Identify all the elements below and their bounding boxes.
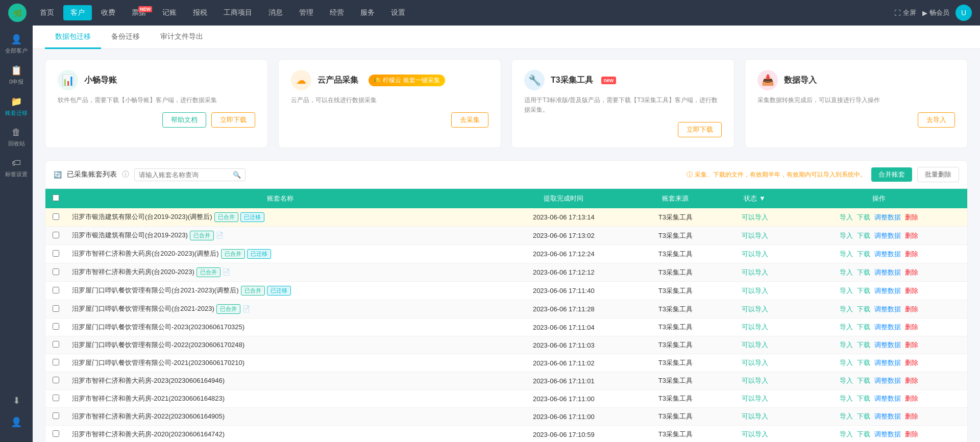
adjust-btn-10[interactable]: 调整数据 xyxy=(874,395,901,402)
xiaochang-help-btn[interactable]: 帮助文档 xyxy=(162,112,206,128)
row-checkbox-6[interactable] xyxy=(53,323,59,330)
adjust-btn-8[interactable]: 调整数据 xyxy=(874,359,901,366)
adjust-btn-9[interactable]: 调整数据 xyxy=(874,377,901,384)
delete-btn-7[interactable]: 删除 xyxy=(905,341,918,349)
sidebar-item-tag-settings[interactable]: 🏷 标签设置 xyxy=(2,154,31,182)
row-checkbox-3[interactable] xyxy=(53,268,59,275)
delete-btn-12[interactable]: 删除 xyxy=(905,430,918,438)
batch-delete-btn[interactable]: 批量删除 xyxy=(917,167,959,182)
copy-icon-3[interactable]: 📄 xyxy=(223,268,230,276)
cloud-collect-btn[interactable]: 去采集 xyxy=(451,112,488,128)
adjust-btn-1[interactable]: 调整数据 xyxy=(874,232,901,239)
sidebar-item-zero-declaration[interactable]: 📋 0申报 xyxy=(2,61,31,90)
delete-btn-11[interactable]: 删除 xyxy=(905,412,918,420)
tab-audit-export[interactable]: 审计文件导出 xyxy=(150,26,213,49)
copy-icon-1[interactable]: 📄 xyxy=(216,232,224,239)
col-status[interactable]: 状态 ▼ xyxy=(719,189,791,208)
import-btn-4[interactable]: 导入 xyxy=(840,287,853,294)
delete-btn-3[interactable]: 删除 xyxy=(905,268,918,276)
row-checkbox-10[interactable] xyxy=(53,395,59,401)
sidebar-item-recycle[interactable]: 🗑 回收站 xyxy=(2,123,31,152)
row-checkbox-7[interactable] xyxy=(53,341,59,348)
import-btn-1[interactable]: 导入 xyxy=(840,232,853,239)
row-checkbox-5[interactable] xyxy=(53,305,59,312)
member-btn[interactable]: ▶ 畅会员 xyxy=(922,8,949,17)
nav-item-customer[interactable]: 客户 xyxy=(63,5,92,20)
row-checkbox-11[interactable] xyxy=(53,412,59,419)
download-btn-8[interactable]: 下载 xyxy=(857,359,870,366)
download-btn-3[interactable]: 下载 xyxy=(857,268,870,276)
copy-icon-5[interactable]: 📄 xyxy=(242,305,250,312)
nav-item-settings[interactable]: 设置 xyxy=(384,5,412,20)
delete-btn-0[interactable]: 删除 xyxy=(905,213,918,221)
download-btn-7[interactable]: 下载 xyxy=(857,341,870,349)
row-checkbox-1[interactable] xyxy=(53,232,59,238)
adjust-btn-5[interactable]: 调整数据 xyxy=(874,305,901,313)
delete-btn-2[interactable]: 删除 xyxy=(905,250,918,258)
search-icon[interactable]: 🔍 xyxy=(233,171,241,179)
row-checkbox-9[interactable] xyxy=(53,377,59,383)
help-icon[interactable]: ⓘ xyxy=(122,170,129,179)
download-btn-11[interactable]: 下载 xyxy=(857,412,870,420)
import-goto-btn[interactable]: 去导入 xyxy=(918,112,955,128)
select-all-checkbox[interactable] xyxy=(53,194,59,201)
adjust-btn-0[interactable]: 调整数据 xyxy=(874,213,901,221)
nav-item-home[interactable]: 首页 xyxy=(33,5,61,20)
download-btn-10[interactable]: 下载 xyxy=(857,395,870,402)
download-btn-2[interactable]: 下载 xyxy=(857,250,870,258)
delete-btn-1[interactable]: 删除 xyxy=(905,232,918,239)
import-btn-10[interactable]: 导入 xyxy=(840,395,853,402)
delete-btn-6[interactable]: 删除 xyxy=(905,323,918,331)
nav-item-fee[interactable]: 收费 xyxy=(94,5,122,20)
search-input[interactable] xyxy=(139,171,231,179)
adjust-btn-6[interactable]: 调整数据 xyxy=(874,323,901,331)
delete-btn-8[interactable]: 删除 xyxy=(905,359,918,366)
row-checkbox-0[interactable] xyxy=(53,213,59,220)
download-btn-4[interactable]: 下载 xyxy=(857,287,870,294)
download-btn-6[interactable]: 下载 xyxy=(857,323,870,331)
nav-item-operation[interactable]: 经营 xyxy=(323,5,351,20)
import-btn-7[interactable]: 导入 xyxy=(840,341,853,349)
import-btn-11[interactable]: 导入 xyxy=(840,412,853,420)
row-checkbox-4[interactable] xyxy=(53,287,59,293)
adjust-btn-2[interactable]: 调整数据 xyxy=(874,250,901,258)
tab-backup-migration[interactable]: 备份迁移 xyxy=(101,26,150,49)
row-checkbox-12[interactable] xyxy=(53,430,59,437)
adjust-btn-4[interactable]: 调整数据 xyxy=(874,287,901,294)
sidebar-item-all-customers[interactable]: 👤 全部客户 xyxy=(2,30,31,59)
adjust-btn-3[interactable]: 调整数据 xyxy=(874,268,901,276)
import-btn-2[interactable]: 导入 xyxy=(840,250,853,258)
tab-data-migration[interactable]: 数据包迁移 xyxy=(45,26,101,49)
sidebar-bottom-user[interactable]: 👤 xyxy=(2,412,31,432)
t3-download-btn[interactable]: 立即下载 xyxy=(678,122,722,137)
adjust-btn-11[interactable]: 调整数据 xyxy=(874,412,901,420)
nav-item-accounting[interactable]: 记账 xyxy=(155,5,184,20)
delete-btn-9[interactable]: 删除 xyxy=(905,377,918,384)
row-checkbox-2[interactable] xyxy=(53,250,59,257)
nav-item-business[interactable]: 工商项目 xyxy=(216,5,259,20)
import-btn-6[interactable]: 导入 xyxy=(840,323,853,331)
delete-btn-4[interactable]: 删除 xyxy=(905,287,918,294)
merge-account-btn[interactable]: 合并账套 xyxy=(871,167,912,182)
download-btn-0[interactable]: 下载 xyxy=(857,213,870,221)
nav-item-manage[interactable]: 管理 xyxy=(292,5,321,20)
fullscreen-btn[interactable]: ⛶ 全屏 xyxy=(894,8,916,17)
sidebar-item-account-migration[interactable]: 📁 账套迁移 xyxy=(2,92,31,121)
adjust-btn-12[interactable]: 调整数据 xyxy=(874,430,901,438)
refresh-icon[interactable]: 🔄 xyxy=(54,171,62,179)
import-btn-8[interactable]: 导入 xyxy=(840,359,853,366)
adjust-btn-7[interactable]: 调整数据 xyxy=(874,341,901,349)
import-btn-0[interactable]: 导入 xyxy=(840,213,853,221)
import-btn-5[interactable]: 导入 xyxy=(840,305,853,313)
nav-item-tax[interactable]: 报税 xyxy=(186,5,214,20)
delete-btn-10[interactable]: 删除 xyxy=(905,395,918,402)
logo[interactable]: 🌿 xyxy=(8,4,27,22)
nav-item-service[interactable]: 服务 xyxy=(353,5,382,20)
user-avatar[interactable]: U xyxy=(955,5,972,21)
delete-btn-5[interactable]: 删除 xyxy=(905,305,918,313)
sidebar-bottom-download[interactable]: ⬇ xyxy=(2,391,31,410)
download-btn-5[interactable]: 下载 xyxy=(857,305,870,313)
download-btn-9[interactable]: 下载 xyxy=(857,377,870,384)
import-btn-3[interactable]: 导入 xyxy=(840,268,853,276)
download-btn-12[interactable]: 下载 xyxy=(857,430,870,438)
